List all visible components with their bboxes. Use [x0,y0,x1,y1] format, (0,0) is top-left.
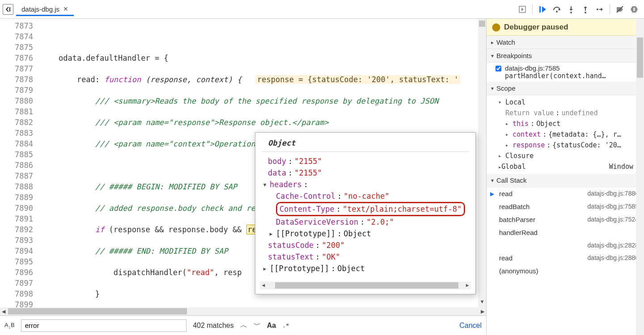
toolbar-divider [532,4,533,14]
svg-rect-2 [539,6,541,13]
callstack-function: readBatch [499,203,530,210]
scroll-thumb[interactable] [275,282,458,289]
warning-icon: ⬤ [492,22,500,32]
breakpoint-location: datajs-dbg.js:7585 [505,64,606,72]
match-case-button[interactable]: Aa [267,322,276,330]
svg-point-5 [585,12,586,13]
watch-section-header[interactable]: Watch [487,36,644,49]
expand-icon[interactable]: ▸ [268,228,274,239]
highlighted-property: Content-Type: "text/plain;charset=utf-8" [276,202,465,216]
scroll-left-icon[interactable]: ◀ [0,309,7,314]
expand-icon[interactable]: ▸ [262,263,268,274]
scope-section-header[interactable]: Scope [487,82,644,95]
editor-vertical-scrollbar[interactable]: ▲ ▼ [478,19,486,307]
expand-icon[interactable]: ▾ [262,179,268,190]
inline-value: response = {statusCode: '200', statusTex… [255,75,460,84]
callstack-list: readdatajs-dbg.js:7886readBatchdatajs-db… [487,187,644,277]
step-button[interactable] [593,3,606,16]
regex-button[interactable]: .* [282,322,289,329]
file-tab[interactable]: datajs-dbg.js ✕ [16,3,74,16]
step-out-button[interactable] [579,3,592,16]
file-tab-label: datajs-dbg.js [21,5,59,13]
svg-rect-9 [635,8,636,11]
resume-button[interactable] [536,3,549,16]
callstack-function: read [499,254,513,262]
callstack-frame[interactable]: readBatchdatajs-dbg.js:7585 [487,200,644,213]
scroll-left-icon[interactable]: ◀ [260,280,267,291]
step-over-button[interactable] [551,3,563,16]
callstack-function: read [499,190,513,197]
line-gutter: 7873787478757876787778787879788078817882… [0,19,38,307]
debug-vertical-scrollbar[interactable] [636,19,644,335]
callstack-function: batchParser [499,216,535,223]
prev-match-button[interactable]: ︿ [240,321,247,330]
panel-toggle-button[interactable] [3,4,13,15]
editor-pane: 7873787478757876787778787879788078817882… [0,19,487,335]
scroll-thumb[interactable] [479,21,485,27]
svg-rect-8 [633,8,634,11]
callstack-frame[interactable]: batchParserdatajs-dbg.js:7524 [487,213,644,226]
scroll-right-icon[interactable]: ▶ [464,280,471,291]
scroll-right-icon[interactable]: ▶ [479,309,486,314]
scroll-thumb[interactable] [8,308,187,314]
callstack-location: datajs-dbg.js:2828 [588,242,639,249]
tooltip-title: Object [262,137,469,149]
svg-point-6 [597,8,598,10]
svg-rect-0 [9,7,10,12]
breakpoints-section-header[interactable]: Breakpoints [487,49,644,63]
callstack-location: datajs-dbg.js:7524 [588,216,639,223]
callstack-frame[interactable]: datajs-dbg.js:2828 [487,239,644,251]
search-bar: A↓B 402 matches ︿ ﹀ Aa .* Cancel [0,315,486,335]
tooltip-horizontal-scrollbar[interactable]: ◀ ▶ [260,281,471,289]
deactivate-breakpoints-button[interactable] [614,3,626,16]
cancel-button[interactable]: Cancel [459,322,482,330]
debugger-paused-banner: ⬤ Debugger paused [487,19,644,36]
run-snippet-icon[interactable] [516,3,529,16]
callstack-location: datajs-dbg.js:2880 [588,254,639,262]
step-into-button[interactable] [565,3,577,16]
callstack-frame[interactable]: readdatajs-dbg.js:2880 [487,251,644,264]
callstack-location: datajs-dbg.js:7886 [588,190,639,197]
breakpoint-code: partHandler(context.hand… [505,72,606,80]
scroll-thumb[interactable] [637,38,643,78]
breakpoint-checkbox[interactable] [496,66,501,71]
callstack-frame[interactable]: readdatajs-dbg.js:7886 [487,187,644,200]
callstack-function: handlerRead [499,229,538,236]
callstack-location: datajs-dbg.js:7585 [588,203,639,210]
breakpoint-item[interactable]: datajs-dbg.js:7585 partHandler(context.h… [487,63,644,82]
svg-point-4 [570,12,572,13]
callstack-function: (anonymous) [499,267,538,275]
callstack-frame[interactable]: handlerRead [487,226,644,239]
callstack-section-header[interactable]: Call Stack [487,174,644,187]
close-icon[interactable]: ✕ [63,5,68,13]
toolbar: datajs-dbg.js ✕ [0,0,644,19]
scope-global-label[interactable]: Global [501,163,525,171]
search-input[interactable] [21,319,186,332]
match-count: 402 matches [193,322,234,330]
next-match-button[interactable]: ﹀ [254,321,261,330]
scope-local-label[interactable]: Local [505,98,525,106]
pause-exceptions-button[interactable] [628,3,640,16]
debugger-pane: ⬤ Debugger paused Watch Breakpoints data… [487,19,644,335]
scroll-down-icon[interactable]: ▼ [478,297,486,307]
hover-object-tooltip: Object body: "2155" data: "2155" ▾header… [255,132,476,294]
scope-closure-label[interactable]: Closure [505,152,534,160]
toolbar-divider [610,4,610,14]
search-mode-icon[interactable]: A↓B [4,322,15,330]
banner-text: Debugger paused [504,23,568,32]
callstack-frame[interactable]: (anonymous) [487,264,644,277]
svg-point-3 [556,11,558,13]
editor-horizontal-scrollbar[interactable]: ◀ ▶ [0,307,486,315]
